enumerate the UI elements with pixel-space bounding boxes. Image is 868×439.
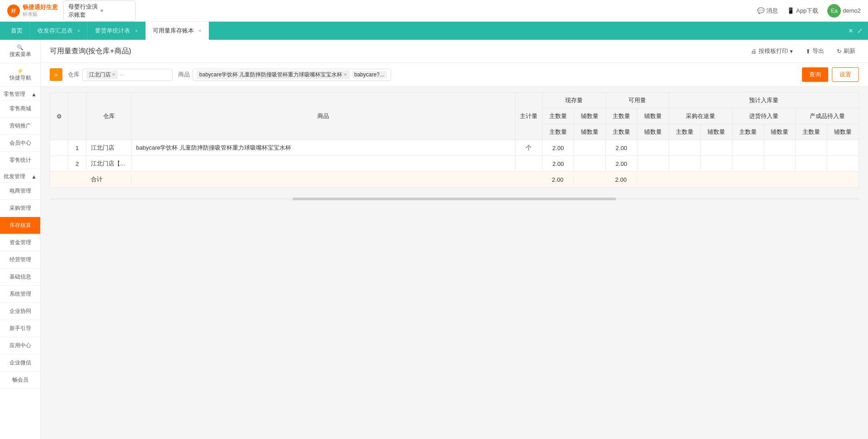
sidebar-quick-nav[interactable]: ⚡ 快捷导航 — [0, 63, 40, 87]
th-available-aux: 辅数量 — [637, 109, 669, 124]
th-settings[interactable]: ⚙ — [50, 93, 68, 140]
chevron-down-icon: ▾ — [100, 7, 131, 14]
row2-stock-main: 2.00 — [542, 156, 574, 172]
tab-available-stock[interactable]: 可用量库存账本 × — [146, 22, 209, 40]
sidebar-item-finance[interactable]: 资金管理 — [0, 234, 40, 251]
th-warehouse: 仓库 — [86, 93, 132, 140]
sidebar-item-enterprise[interactable]: 企业协同 — [0, 303, 40, 320]
retail-mgmt-label: 零售管理 — [4, 90, 25, 98]
sidebar-item-retail-mall[interactable]: 零售商城 — [0, 100, 40, 118]
product-filter-label: 商品 — [178, 71, 190, 79]
avatar: Ea — [827, 4, 841, 18]
nav-tabs: 首页 收发存汇总表 × 要货单统计表 × 可用量库存账本 × ✕ ⤢ — [0, 22, 868, 40]
marketing-label: 营销推广 — [9, 123, 31, 129]
sidebar-item-member2[interactable]: 畅会员 — [0, 372, 40, 389]
row1-no: 1 — [68, 140, 86, 156]
message-button[interactable]: 💬 消息 — [757, 7, 778, 15]
footer-available-main: 2.00 — [605, 176, 637, 183]
th-inbound-main: 主数量 — [732, 124, 764, 140]
tab-available-stock-close[interactable]: × — [198, 28, 201, 33]
row2-production-aux — [827, 156, 859, 172]
warehouse-tag-0: 江北门店 × — [86, 71, 118, 79]
sidebar-item-marketing[interactable]: 营销推广 — [0, 118, 40, 135]
th-available-aux-2: 辅数量 — [637, 124, 669, 140]
warehouse-filter-tags[interactable]: 江北门店 × ··· — [82, 69, 173, 81]
print-label: 按模板打印 — [759, 47, 788, 55]
retail-mall-label: 零售商城 — [9, 105, 31, 112]
horizontal-scrollbar[interactable] — [50, 198, 859, 200]
scrollbar-area — [41, 193, 868, 205]
product-filter-tags[interactable]: babycare学饮杯 儿童防摔防撞吸管杯重力球吸嘴杯宝宝水杯 × babyca… — [193, 69, 391, 81]
industry-selector[interactable]: 母婴行业演示账套 ▾ — [63, 0, 136, 21]
th-production-main: 主数量 — [796, 124, 827, 140]
warehouse-tag-text: 江北门店 — [89, 71, 111, 79]
tab-receive-summary-label: 收发存汇总表 — [38, 27, 73, 35]
refresh-button[interactable]: ↻ 刷新 — [833, 45, 859, 57]
logo-icon: 好 — [7, 5, 20, 17]
export-button[interactable]: ⬆ 导出 — [802, 45, 828, 57]
row2-purchase-aux — [701, 156, 732, 172]
close-window-icon[interactable]: ✕ — [848, 27, 854, 34]
row1-production-main — [796, 140, 827, 156]
content-area: 可用量查询(按仓库+商品) 🖨 按模板打印 ▾ ⬆ 导出 ↻ 刷新 » — [41, 40, 868, 439]
tab-order-stats-close[interactable]: × — [135, 28, 137, 33]
filter-bar: » 仓库 江北门店 × ··· 商品 babycare学饮杯 儿童防摔防撞吸管杯… — [41, 63, 868, 87]
query-button[interactable]: 查询 — [802, 67, 828, 82]
footer-stock-main: 2.00 — [542, 176, 574, 183]
scrollbar-thumb[interactable] — [292, 198, 616, 200]
sidebar-search[interactable]: 🔍 搜索菜单 — [0, 40, 40, 63]
phone-icon: 📱 — [787, 7, 794, 14]
warehouse-filter-label: 仓库 — [68, 71, 80, 79]
print-button[interactable]: 🖨 按模板打印 ▾ — [747, 45, 797, 57]
th-no — [68, 93, 86, 140]
sidebar-item-newbie[interactable]: 新手引导 — [0, 320, 40, 337]
inventory-label: 库存核算 — [9, 222, 31, 228]
tab-receive-summary-close[interactable]: × — [77, 28, 80, 33]
newbie-label: 新手引导 — [9, 325, 31, 331]
finance-label: 资金管理 — [9, 239, 31, 245]
row1-purchase-aux — [701, 140, 732, 156]
print-icon: 🖨 — [751, 48, 757, 55]
footer-label: 合计 — [91, 176, 103, 183]
product-tag-close-0[interactable]: × — [344, 71, 347, 78]
row1-production-aux — [827, 140, 859, 156]
app-download-label: App下载 — [796, 7, 818, 15]
data-table: ⚙ 仓库 商品 主计量 现存量 可用量 预计入库量 主数量 辅数量 主数量 辅数… — [50, 92, 859, 172]
filter-toggle-button[interactable]: » — [50, 68, 62, 81]
sidebar-item-ecommerce[interactable]: 电商管理 — [0, 183, 40, 200]
th-unit: 主计量 — [515, 93, 542, 140]
th-inbound-aux: 辅数量 — [764, 124, 796, 140]
sidebar-item-appcenter[interactable]: 应用中心 — [0, 337, 40, 354]
th-available-main: 主数量 — [606, 109, 637, 124]
refresh-label: 刷新 — [844, 47, 855, 55]
sidebar-item-wecom[interactable]: 企业微信 — [0, 354, 40, 372]
quick-nav-icon: ⚡ — [4, 68, 37, 74]
sidebar-item-purchase[interactable]: 采购管理 — [0, 200, 40, 217]
ecommerce-label: 电商管理 — [9, 188, 31, 194]
sidebar-item-operations[interactable]: 经营管理 — [0, 251, 40, 269]
sidebar-item-inventory[interactable]: 库存核算 — [0, 217, 40, 234]
sidebar-item-basics[interactable]: 基础信息 — [0, 269, 40, 286]
warehouse-tag-close[interactable]: × — [112, 71, 115, 78]
maximize-window-icon[interactable]: ⤢ — [857, 27, 863, 34]
warehouse-more[interactable]: ··· — [120, 71, 124, 78]
user-area[interactable]: Ea demo2 — [827, 4, 861, 18]
tab-receive-summary[interactable]: 收发存汇总表 × — [30, 22, 88, 40]
basics-label: 基础信息 — [9, 274, 31, 280]
th-stock-group: 现存量 — [542, 93, 606, 109]
tab-home[interactable]: 首页 — [4, 22, 30, 40]
sidebar-group-retail[interactable]: 零售管理 ▲ — [0, 87, 40, 100]
row1-warehouse: 江北门店 — [86, 140, 132, 156]
wholesale-arrow: ▲ — [31, 174, 37, 180]
tab-order-stats[interactable]: 要货单统计表 × — [88, 22, 145, 40]
sidebar-item-member[interactable]: 会员中心 — [0, 135, 40, 152]
message-icon: 💬 — [757, 7, 764, 14]
app-download-button[interactable]: 📱 App下载 — [787, 7, 818, 15]
enterprise-label: 企业协同 — [9, 308, 31, 314]
purchase-label: 采购管理 — [9, 205, 31, 211]
settings-button[interactable]: 设置 — [832, 67, 859, 82]
message-label: 消息 — [766, 7, 778, 15]
sidebar-item-system[interactable]: 系统管理 — [0, 286, 40, 303]
sidebar-group-wholesale[interactable]: 批发管理 ▲ — [0, 169, 40, 183]
sidebar-item-retail-stats[interactable]: 零售统计 — [0, 152, 40, 169]
